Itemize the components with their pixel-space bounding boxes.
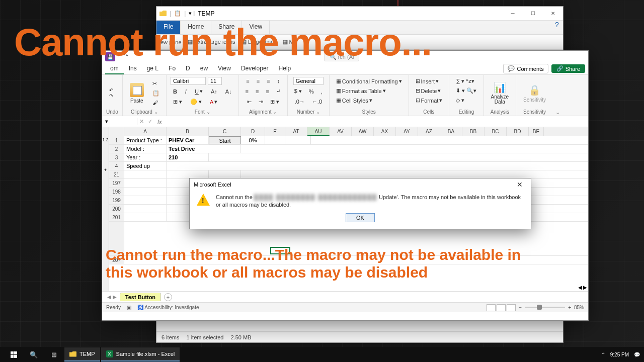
tray-chevron-icon[interactable]: ⌃ xyxy=(601,352,605,357)
tab-developer[interactable]: Developer xyxy=(236,63,274,74)
analyze-data[interactable]: 📊AnalyzeData xyxy=(488,80,512,106)
zoom-level[interactable]: 85% xyxy=(574,305,584,310)
number-format[interactable]: General xyxy=(293,77,324,85)
undo-button[interactable]: ↶↷ xyxy=(106,86,116,100)
add-sheet-button[interactable]: + xyxy=(164,293,172,301)
copy-button[interactable]: 📋 xyxy=(150,89,162,98)
dialog-title: Microsoft Excel xyxy=(194,182,231,188)
underline-button[interactable]: U ▾ xyxy=(192,87,205,96)
format-as-table[interactable]: ▦ Format as Table ▾ xyxy=(334,86,388,95)
share-button[interactable]: 🔗 Share xyxy=(551,64,585,73)
search-button[interactable]: 🔍 xyxy=(24,347,43,362)
insert-cells[interactable]: ⊞ Insert ▾ xyxy=(413,77,442,85)
pagebreak-view-icon[interactable] xyxy=(507,304,516,311)
taskbar-explorer[interactable]: TEMP xyxy=(64,347,100,361)
cell-styles[interactable]: ▦ Cell Styles ▾ xyxy=(334,96,375,105)
help-icon[interactable]: ? xyxy=(551,21,563,34)
paste-button[interactable]: Paste xyxy=(127,82,147,105)
accessibility-status[interactable]: ♿ Accessibility: Investigate xyxy=(137,305,199,310)
tab-help[interactable]: Help xyxy=(274,63,296,74)
tab-view[interactable]: View xyxy=(213,63,236,74)
tab-data[interactable]: D xyxy=(181,63,195,74)
normal-view-icon[interactable] xyxy=(487,304,496,311)
border-button[interactable]: ⊞ ▾ xyxy=(171,98,185,106)
zoom-in[interactable]: + xyxy=(568,305,571,310)
excel-ribbon: ↶↷ Undo Paste ✂ 📋 🖌 Clipboard ⌄ Calibri … xyxy=(102,75,588,116)
video-title-overlay: Cannot run the macro... xyxy=(14,20,432,64)
maximize-button[interactable]: ☐ xyxy=(523,7,543,21)
sheet-tab-active[interactable]: Test Button xyxy=(120,293,161,301)
tab-pagelayout[interactable]: ge L xyxy=(142,63,164,74)
sensitivity-button[interactable]: 🔒Sensitivity xyxy=(520,83,549,104)
start-button[interactable]: Start xyxy=(209,136,241,144)
taskbar-excel[interactable]: XSample file.xlsm - Excel xyxy=(101,347,180,361)
selection-size: 2.50 MB xyxy=(230,334,251,340)
column-headers[interactable]: A B C D E AT AU AV AW AX AY AZ BA BB BC … xyxy=(109,127,588,136)
comments-button[interactable]: 💬 Comments xyxy=(503,64,548,73)
tab-review[interactable]: ew xyxy=(195,63,213,74)
conditional-formatting[interactable]: ▦ Conditional Formatting ▾ xyxy=(334,77,405,85)
explorer-title: TEMP xyxy=(198,10,214,17)
ok-button[interactable]: OK xyxy=(346,213,375,222)
folder-icon xyxy=(159,11,167,16)
delete-cells[interactable]: ⊟ Delete ▾ xyxy=(413,86,444,95)
fontcolor-button[interactable]: A ▾ xyxy=(207,98,220,106)
ready-status: Ready xyxy=(106,305,121,310)
clock[interactable]: 9:25 PM xyxy=(610,352,629,357)
cut-button[interactable]: ✂ xyxy=(150,79,162,88)
warning-icon xyxy=(197,194,210,207)
collapse-ribbon-icon[interactable]: ⌄ xyxy=(553,75,562,116)
taskbar: 🔍 ⊞ TEMP XSample file.xlsm - Excel ⌃ 9:2… xyxy=(0,347,644,362)
pagelayout-view-icon[interactable] xyxy=(497,304,506,311)
tab-home[interactable]: om xyxy=(105,63,124,74)
tab-formulas[interactable]: Fo xyxy=(164,63,181,74)
dialog-close-button[interactable]: ✕ xyxy=(513,179,527,190)
formatpainter-button[interactable]: 🖌 xyxy=(150,99,162,107)
excel-statusbar: Ready ▣ ♿ Accessibility: Investigate − +… xyxy=(102,302,588,312)
video-subtitle-overlay: Cannot run the macro...The macro may not… xyxy=(106,246,548,281)
fill[interactable]: ⬇ ▾ 🔍▾ xyxy=(453,86,479,95)
fx-label: fx xyxy=(154,119,165,125)
explorer-statusbar: 6 items 1 item selected 2.50 MB xyxy=(156,331,563,342)
error-dialog: Microsoft Excel ✕ Cannot run the ████ ██… xyxy=(189,178,531,229)
minimize-button[interactable]: ─ xyxy=(503,7,523,21)
start-button[interactable] xyxy=(4,347,23,362)
taskview-button[interactable]: ⊞ xyxy=(44,347,63,362)
explorer-titlebar[interactable]: | 📋 | ▾ | TEMP ─ ☐ ✕ xyxy=(156,7,563,21)
name-box[interactable]: ▾ xyxy=(102,118,137,125)
italic-button[interactable]: I xyxy=(183,87,189,96)
tab-insert[interactable]: Ins xyxy=(124,63,142,74)
font-size[interactable]: 11 xyxy=(208,77,222,85)
notifications-icon[interactable]: 💬 xyxy=(634,352,640,357)
hscroll-arrows[interactable]: ◀▶ xyxy=(578,285,587,290)
bold-button[interactable]: B xyxy=(171,87,180,96)
selection-count: 1 item selected xyxy=(186,334,223,340)
format-cells[interactable]: ⊡ Format ▾ xyxy=(413,96,445,105)
formula-bar: ▾ ✕ ✓ fx xyxy=(102,116,588,127)
item-count: 6 items xyxy=(162,334,179,340)
fill-button[interactable]: 🟡 ▾ xyxy=(188,98,204,106)
zoom-out[interactable]: − xyxy=(519,305,522,310)
macro-icon[interactable]: ▣ xyxy=(127,305,131,310)
sheet-tabs: ◀ ▶ Test Button + xyxy=(102,291,588,302)
autosum[interactable]: ∑ ▾ ᴬz▾ xyxy=(453,77,476,85)
clear[interactable]: ◇ ▾ xyxy=(453,96,467,105)
excel-ribbon-tabs: om Ins ge L Fo D ew View Developer Help … xyxy=(102,63,588,75)
zoom-slider[interactable] xyxy=(525,307,565,308)
close-button[interactable]: ✕ xyxy=(543,7,563,21)
dialog-message: Cannot run the ████ ████████ ███████████… xyxy=(216,194,524,209)
font-name[interactable]: Calibri xyxy=(171,77,206,85)
